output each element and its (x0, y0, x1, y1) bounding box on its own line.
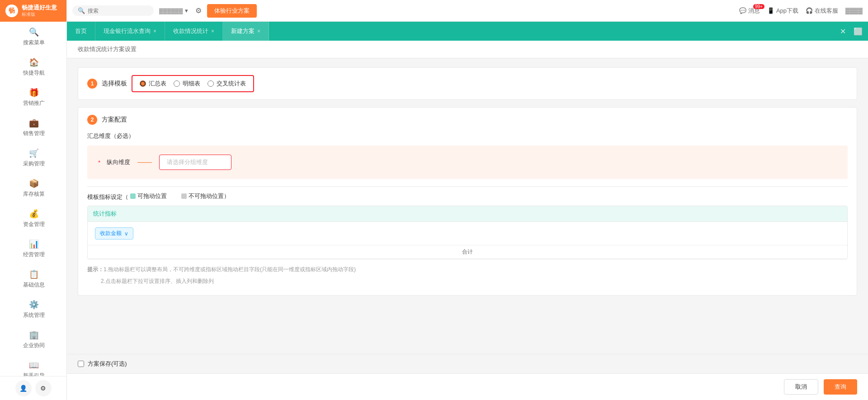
tip-2-row: 2.点击标题栏下拉可设置排序、插入列和删除列 (87, 277, 848, 287)
vertical-dimension-row: * 纵向维度 —— 请选择分组维度 (98, 155, 231, 170)
save-section: 方案保存(可选) (67, 354, 868, 373)
sidebar-logo: 畅 畅捷通好生意 标准版 (0, 0, 66, 22)
sidebar-item-label: 资金管理 (23, 221, 45, 228)
metrics-section-title: 统计指标 (88, 206, 847, 222)
app-download-label: App下载 (776, 7, 798, 15)
form-area: 1 选择模板 汇总表 明细表 (67, 58, 868, 354)
arrow-icon: —— (137, 158, 152, 166)
topbar-dropdown[interactable]: ▓▓▓▓▓▓ ▾ (159, 7, 188, 14)
metrics-title-text: 模板指标设定（ (87, 193, 128, 200)
notification-btn[interactable]: 💬 消息 99+ (739, 7, 760, 15)
tab-collection-stat[interactable]: 收款情况统计 × (165, 22, 223, 41)
sidebar-item-label: 企业协同 (23, 342, 45, 349)
topbar: 🔍 ▓▓▓▓▓▓ ▾ ⚙ 体验行业方案 💬 消息 99+ 📱 App下载 🎧 在… (67, 0, 868, 22)
vertical-dimension-select[interactable]: 请选择分组维度 (159, 155, 231, 170)
logo-icon: 畅 (5, 5, 18, 17)
app-download-btn[interactable]: 📱 App下载 (767, 7, 798, 15)
finance-icon: 💰 (29, 209, 39, 219)
sidebar-item-label: 快捷导航 (23, 69, 45, 77)
draggable-dot (130, 193, 136, 199)
sidebar-item-search-menu[interactable]: 🔍 搜索菜单 (0, 22, 66, 52)
sidebar-item-basic[interactable]: 📋 基础信息 (0, 264, 66, 294)
cancel-button[interactable]: 取消 (784, 379, 818, 395)
sidebar-item-label: 营销推广 (23, 99, 45, 107)
metrics-label-row: 模板指标设定（ 可拖动位置 不可拖动位置） (87, 192, 848, 201)
template-detail-option[interactable]: 明细表 (174, 80, 200, 88)
query-button[interactable]: 查询 (824, 379, 857, 395)
sidebar-item-quick-nav[interactable]: 🏠 快捷导航 (0, 52, 66, 82)
metrics-area: 统计指标 收款金额 ∨ 合计 (87, 206, 848, 259)
non-draggable-dot (181, 193, 187, 199)
sidebar-item-label: 新手引导 (23, 372, 45, 376)
tip-1: 1.拖动标题栏可以调整布局，不可跨维度或指标区域拖动栏目字段(只能在同一维度或指… (104, 266, 356, 273)
sidebar-item-system[interactable]: ⚙️ 系统管理 (0, 294, 66, 325)
sidebar-item-guide[interactable]: 📖 新手引导 (0, 355, 66, 376)
sidebar-item-label: 库存核算 (23, 190, 45, 198)
user-info[interactable]: ▓▓▓▓ (845, 7, 863, 14)
sidebar-user-btn[interactable]: 👤 (15, 380, 32, 396)
close-window-btn[interactable]: ✕ (836, 25, 849, 38)
search-input[interactable] (88, 8, 146, 14)
tab-bank-flow-close[interactable]: × (153, 28, 156, 34)
tips-label: 提示：1.拖动标题栏可以调整布局，不可跨维度或指标区域拖动栏目字段(只能在同一维… (87, 265, 848, 275)
dimension-area: * 纵向维度 —— 请选择分组维度 (87, 146, 848, 179)
step1-number: 1 (87, 79, 97, 89)
inventory-icon: 📦 (29, 179, 39, 188)
tab-new-plan-label: 新建方案 (231, 27, 255, 35)
sidebar-settings-btn[interactable]: ⚙ (35, 380, 52, 396)
template-summary-radio[interactable] (140, 80, 146, 87)
online-service-btn[interactable]: 🎧 在线客服 (806, 7, 838, 15)
tips-section: 提示：1.拖动标题栏可以调整布局，不可跨维度或指标区域拖动栏目字段(只能在同一维… (87, 259, 848, 288)
sidebar-item-enterprise[interactable]: 🏢 企业协同 (0, 325, 66, 355)
step2-number: 2 (87, 115, 97, 125)
tag-label: 收款金额 (100, 230, 122, 237)
tab-home-label: 首页 (75, 27, 87, 35)
tab-collection-stat-close[interactable]: × (211, 28, 214, 34)
sidebar-item-operation[interactable]: 📊 经营管理 (0, 234, 66, 264)
page-header: 收款情况统计方案设置 (67, 41, 868, 58)
sidebar-item-inventory[interactable]: 📦 库存核算 (0, 173, 66, 203)
save-checkbox[interactable] (78, 361, 84, 367)
sidebar-item-sales[interactable]: 💼 销售管理 (0, 113, 66, 143)
content-area: 收款情况统计方案设置 1 选择模板 汇总表 (67, 41, 868, 400)
sidebar-item-purchase[interactable]: 🛒 采购管理 (0, 143, 66, 173)
topbar-right: 💬 消息 99+ 📱 App下载 🎧 在线客服 ▓▓▓▓ (739, 7, 863, 15)
template-cross-radio[interactable] (208, 80, 214, 87)
enterprise-icon: 🏢 (29, 330, 39, 340)
template-summary-option[interactable]: 汇总表 (140, 80, 166, 88)
metrics-separator (171, 193, 177, 200)
step1-title: 选择模板 (102, 80, 127, 88)
main-content: 🔍 ▓▓▓▓▓▓ ▾ ⚙ 体验行业方案 💬 消息 99+ 📱 App下载 🎧 在… (67, 0, 868, 400)
sidebar-bottom: 👤 ⚙ (0, 376, 66, 400)
draggable-label: 可拖动位置 (137, 192, 167, 200)
template-detail-label: 明细表 (183, 80, 200, 88)
template-cross-option[interactable]: 交叉统计表 (208, 80, 246, 88)
template-detail-radio[interactable] (174, 80, 180, 87)
footer-actions: 取消 查询 (67, 373, 868, 400)
search-box[interactable]: 🔍 (72, 5, 154, 16)
tip-2: 2.点击标题栏下拉可设置排序、插入列和删除列 (101, 278, 214, 284)
tag-arrow-icon: ∨ (124, 231, 128, 237)
step2-section: 2 方案配置 汇总维度（必选） * 纵向维度 —— 请选择分组维度 (78, 107, 857, 296)
chevron-down-icon: ▾ (185, 7, 188, 14)
service-label: 在线客服 (815, 7, 838, 15)
template-summary-label: 汇总表 (149, 80, 166, 88)
sidebar-item-finance[interactable]: 💰 资金管理 (0, 203, 66, 234)
tab-home[interactable]: 首页 (67, 22, 95, 41)
collection-amount-tag[interactable]: 收款金额 ∨ (95, 227, 133, 240)
gear-icon[interactable]: ⚙ (195, 6, 202, 15)
tab-new-plan-close[interactable]: × (257, 28, 260, 34)
template-options-box: 汇总表 明细表 交叉统计表 (132, 75, 254, 92)
maximize-btn[interactable]: ⬜ (852, 25, 864, 38)
non-draggable-label: 不可拖动位置） (189, 192, 230, 200)
tab-new-plan[interactable]: 新建方案 × (223, 22, 269, 41)
home-icon: 🏠 (29, 57, 39, 67)
sidebar-nav: 🔍 搜索菜单 🏠 快捷导航 🎁 营销推广 💼 销售管理 🛒 采购管理 📦 库存核… (0, 22, 66, 376)
dimension-placeholder: 请选择分组维度 (167, 158, 208, 166)
trial-btn[interactable]: 体验行业方案 (207, 4, 257, 18)
purchase-icon: 🛒 (29, 148, 39, 158)
metrics-tag-cell: 收款金额 ∨ (88, 222, 847, 245)
sidebar-item-label: 采购管理 (23, 160, 45, 168)
sidebar-item-marketing[interactable]: 🎁 营销推广 (0, 82, 66, 113)
tab-bank-flow[interactable]: 现金银行流水查询 × (95, 22, 165, 41)
